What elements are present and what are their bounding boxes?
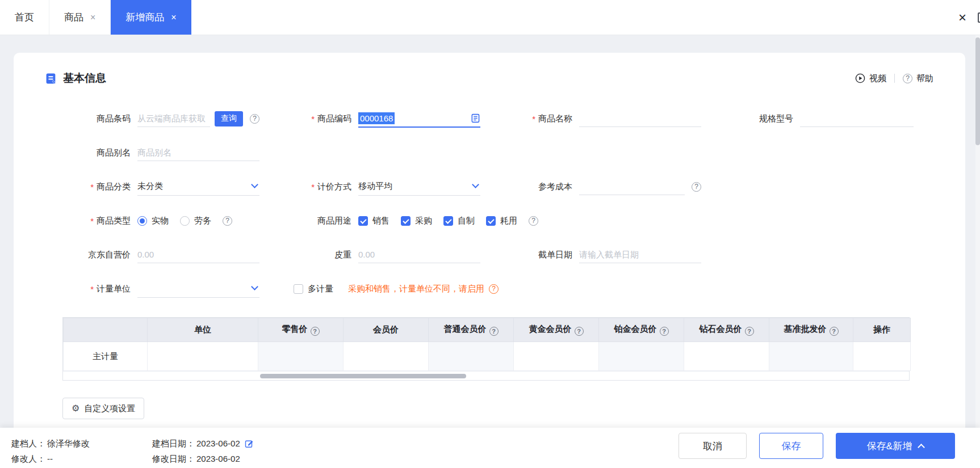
help-icon[interactable]: ? bbox=[250, 114, 259, 124]
table-header-normal-member-price: 普通会员价? bbox=[429, 318, 514, 342]
product-name-input[interactable] bbox=[579, 110, 701, 127]
product-code-field[interactable]: 0000168 bbox=[358, 109, 480, 128]
unit-select[interactable] bbox=[137, 280, 259, 298]
cell-base-wholesale-price[interactable] bbox=[769, 342, 853, 371]
unit-price-table: 单位 零售价? 会员价 普通会员价? 黄金会员价? 铂金会员价? 钻石会员价? … bbox=[62, 317, 910, 381]
jd-price-field bbox=[137, 246, 259, 263]
custom-fields-button[interactable]: ⚙ 自定义项设置 bbox=[62, 398, 144, 419]
help-icon[interactable]: ? bbox=[311, 327, 320, 336]
tab-label: 商品 bbox=[64, 11, 83, 24]
required-asterisk: * bbox=[90, 284, 94, 294]
help-icon[interactable]: ? bbox=[692, 182, 701, 192]
spec-input[interactable] bbox=[800, 110, 914, 127]
required-asterisk: * bbox=[90, 182, 94, 192]
help-icon[interactable]: ? bbox=[529, 216, 538, 226]
radio-service[interactable] bbox=[180, 216, 190, 226]
table-header-row: 单位 零售价? 会员价 普通会员价? 黄金会员价? 铂金会员价? 钻石会员价? … bbox=[64, 318, 911, 342]
code-picker-icon[interactable] bbox=[471, 113, 480, 123]
help-icon[interactable]: ? bbox=[223, 216, 232, 226]
category-select[interactable]: 未分类 bbox=[137, 178, 259, 196]
field-label-name: * 商品名称 bbox=[487, 113, 572, 124]
barcode-input[interactable] bbox=[137, 110, 210, 127]
form-row: 商品别名 bbox=[14, 136, 965, 170]
help-icon[interactable]: ? bbox=[745, 327, 754, 336]
help-icon[interactable]: ? bbox=[575, 327, 584, 336]
cell-unit[interactable] bbox=[148, 342, 258, 371]
multi-unit-checkbox[interactable] bbox=[294, 284, 303, 294]
alias-input[interactable] bbox=[137, 144, 259, 161]
footer-bar: 建档人： 徐泽华修改 修改人： -- 建档日期： 2023-06-02 bbox=[0, 428, 980, 468]
help-icon[interactable]: ? bbox=[489, 284, 499, 294]
created-date-label: 建档日期： bbox=[152, 436, 195, 451]
close-icon[interactable]: × bbox=[90, 13, 95, 22]
checkbox-sale[interactable] bbox=[358, 216, 368, 226]
modified-date-value: 2023-06-02 bbox=[196, 451, 240, 466]
table-row: 主计量 bbox=[64, 342, 911, 371]
cell-normal-member-price[interactable] bbox=[429, 342, 514, 371]
table-header-retail-price: 零售价? bbox=[258, 318, 344, 342]
modifier-value: -- bbox=[47, 451, 53, 466]
help-icon[interactable]: ? bbox=[660, 327, 669, 336]
query-button[interactable]: 查询 bbox=[215, 111, 243, 127]
form-row: 商品条码 查询 ? * 商品编码 0000168 bbox=[14, 102, 965, 136]
cutoff-date-field bbox=[579, 246, 701, 263]
form-row: * 商品类型 实物 劳务 ? 商品用途 销售 采购 bbox=[14, 204, 965, 238]
tab-home[interactable]: 首页 bbox=[0, 0, 49, 35]
creator-value: 徐泽华修改 bbox=[47, 436, 90, 451]
cell-retail-price[interactable] bbox=[258, 342, 344, 371]
table-header-actions: 操作 bbox=[853, 318, 911, 342]
created-date-value: 2023-06-02 bbox=[196, 436, 240, 451]
product-usage-group: 销售 采购 自制 耗用 ? bbox=[358, 216, 480, 226]
field-label-code: * 商品编码 bbox=[266, 113, 351, 124]
product-name-field bbox=[579, 110, 701, 127]
checkbox-consume[interactable] bbox=[486, 216, 496, 226]
field-label-cutoff-date: 截单日期 bbox=[487, 250, 572, 260]
help-icon[interactable]: ? bbox=[830, 327, 839, 336]
tare-input[interactable] bbox=[358, 246, 480, 263]
multi-unit-warning: 采购和销售，计量单位不同，请启用 bbox=[348, 284, 484, 294]
tab-new-product[interactable]: 新增商品 × bbox=[111, 0, 191, 35]
save-and-new-button[interactable]: 保存&新增 bbox=[836, 433, 955, 459]
save-button[interactable]: 保存 bbox=[759, 433, 823, 459]
cell-platinum-member-price[interactable] bbox=[599, 342, 684, 371]
edit-icon[interactable] bbox=[245, 439, 254, 448]
close-icon[interactable]: × bbox=[958, 11, 966, 24]
video-link[interactable]: 视频 bbox=[855, 73, 886, 84]
modified-date-label: 修改日期： bbox=[152, 451, 195, 466]
field-label-barcode: 商品条码 bbox=[45, 113, 131, 124]
table-header-gold-member-price: 黄金会员价? bbox=[514, 318, 599, 342]
checkbox-purchase[interactable] bbox=[401, 216, 411, 226]
pricing-method-select[interactable]: 移动平均 bbox=[358, 178, 480, 196]
cutoff-date-input[interactable] bbox=[579, 246, 701, 263]
tab-product[interactable]: 商品 × bbox=[49, 0, 111, 35]
cell-gold-member-price[interactable] bbox=[514, 342, 599, 371]
table-header-member-price: 会员价 bbox=[344, 318, 429, 342]
modifier-label: 修改人： bbox=[11, 451, 45, 466]
required-asterisk: * bbox=[311, 114, 315, 124]
ref-cost-input[interactable] bbox=[579, 178, 685, 195]
cell-actions[interactable] bbox=[853, 342, 911, 371]
field-label-usage: 商品用途 bbox=[266, 216, 351, 226]
close-icon[interactable]: × bbox=[171, 13, 176, 22]
radio-physical[interactable] bbox=[137, 216, 147, 226]
checkbox-self-made[interactable] bbox=[443, 216, 453, 226]
help-icon[interactable]: ? bbox=[489, 327, 499, 336]
horizontal-scrollbar-track[interactable] bbox=[63, 371, 909, 380]
vertical-scrollbar-thumb[interactable] bbox=[975, 37, 980, 145]
cancel-button[interactable]: 取消 bbox=[679, 433, 747, 459]
product-type-group: 实物 劳务 ? bbox=[137, 216, 259, 226]
jd-price-input[interactable] bbox=[137, 246, 259, 263]
horizontal-scrollbar-thumb[interactable] bbox=[260, 374, 466, 378]
product-form: 商品条码 查询 ? * 商品编码 0000168 bbox=[14, 102, 965, 306]
field-label-type: * 商品类型 bbox=[45, 216, 131, 226]
cell-member-price[interactable] bbox=[344, 342, 429, 371]
divider bbox=[894, 74, 895, 83]
vertical-scrollbar[interactable] bbox=[975, 35, 980, 428]
multi-unit-group: 多计量 采购和销售，计量单位不同，请启用 ? bbox=[294, 284, 914, 294]
restore-icon[interactable] bbox=[978, 12, 980, 23]
ref-cost-field: ? bbox=[579, 178, 701, 195]
tare-field bbox=[358, 246, 480, 263]
help-link[interactable]: ? 帮助 bbox=[903, 73, 933, 84]
cell-diamond-member-price[interactable] bbox=[684, 342, 769, 371]
form-row: * 商品分类 未分类 * 计价方式 移动平均 参考成本 bbox=[14, 170, 965, 204]
